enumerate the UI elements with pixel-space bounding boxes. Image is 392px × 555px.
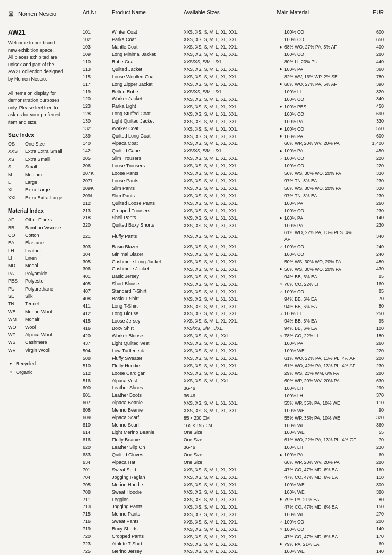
product-artnr: 705	[83, 481, 112, 489]
product-sizes: XXS, XS, S, M, L, XL, XXL	[184, 140, 277, 147]
table-row: 407 Standard T-Shirt XXS, XS, S, M, L, X…	[83, 288, 384, 295]
brand-logo: ⊠ Nomen Nescio	[8, 10, 83, 18]
product-sizes: XXS, XS, S, M, L, XL, XXL	[184, 96, 277, 103]
material-index-row: WSCashmere	[8, 339, 77, 346]
product-price: 70	[357, 437, 384, 444]
product-artnr: 614	[83, 429, 112, 437]
product-material: 100% WE	[284, 489, 357, 496]
table-row: 620 Leather Slip On 36-46 100% LH 230	[83, 444, 384, 452]
product-name: Alpaca Beanie	[112, 399, 184, 407]
season-title: AW21	[8, 29, 77, 36]
product-material: 100% PA	[284, 340, 357, 347]
product-sizes: 36-46	[184, 385, 277, 392]
product-price: 260	[357, 200, 384, 207]
material-label: Virgin Wool	[25, 347, 77, 354]
product-material: 94% BB, 6% EA	[284, 303, 357, 310]
product-artnr: 620	[83, 444, 112, 452]
legend-row: ●Recycled	[8, 359, 77, 368]
table-row: 715 Merino Pants XXS, XS, S, M, L, XL, X…	[83, 511, 384, 518]
material-index-row: BBBamboo Viscose	[8, 224, 77, 231]
product-name: Parka Light	[112, 103, 184, 110]
product-name: Quilted Jacket	[112, 66, 184, 74]
product-material: 100% PA	[284, 133, 357, 140]
product-price: 160	[357, 280, 384, 288]
product-price: 650	[357, 36, 384, 44]
product-material: 100% CO	[284, 111, 357, 118]
product-material: 94% BB, 6% EA	[284, 325, 357, 332]
product-artnr: 218	[83, 214, 112, 222]
product-sizes: XXS, XS, S, M, L, XL, XXL	[184, 541, 277, 548]
product-material: 60% WP, 20% WV, 20% PA	[284, 459, 357, 466]
product-material: 100% CO	[284, 96, 357, 103]
table-row: 719 Boxy Shorts XXS, XS, S, M, L, XL, XX…	[83, 526, 384, 533]
product-name: Fluffy Sweater	[112, 355, 184, 363]
material-index-row: MDModal	[8, 262, 77, 269]
material-index-row: LILinen	[8, 254, 77, 262]
table-row: 601 Leather Boots 36-46 100% LH 370	[83, 392, 384, 399]
size-label: One Size	[25, 140, 77, 148]
product-material: 47% CO, 47% MD, 6% EA	[284, 474, 357, 481]
product-price: 230	[357, 178, 384, 185]
legend-label: Recycled	[16, 359, 36, 368]
product-dot: ●	[277, 133, 284, 140]
material-index-row: COCotton	[8, 231, 77, 239]
product-material: 60% WP, 20% WV, 20% PA	[284, 140, 357, 147]
product-material: 100% PA	[284, 222, 357, 229]
main-content: AW21 Welcome to our brandnew exhibition …	[0, 22, 392, 555]
product-name: Slim Pants	[112, 185, 184, 192]
product-artnr: 401	[83, 273, 112, 280]
table-row: 415 Loose Jersey XXS, XS, S, M, L, XL, X…	[83, 318, 384, 325]
table-row: 713 Jogging Pants XXS, XS, S, M, L, XL, …	[83, 503, 384, 511]
table-row: 213 Cropped Trousers XXS, XS, S, M, L, X…	[83, 207, 384, 215]
product-name: Merino Hoodie	[112, 481, 184, 489]
material-label: Elastane	[25, 239, 77, 246]
product-material: 50% WS, 30% WO, 20% PA	[284, 185, 357, 192]
legend-icon: ○	[8, 368, 13, 376]
product-artnr: 408	[83, 295, 112, 303]
product-artnr: 512	[83, 370, 112, 377]
product-material: 100% WE	[284, 481, 357, 488]
product-sizes: XXS/XS, S/M, L/XL	[184, 325, 277, 332]
product-sizes: XXS, XS, S, M, L, XL, XXL	[184, 66, 277, 73]
table-row: 218 Shell Pants XXS, XS, S, M, L, XL, XX…	[83, 214, 384, 222]
product-dot: ○	[277, 156, 284, 162]
product-name: Loose Jersey	[112, 318, 184, 325]
table-row: 102 Parka Coat XXS, XS, S, M, L, XL, XXL…	[83, 36, 384, 44]
product-sizes: XXS, XS, S, M, L, XL, XXL	[184, 303, 277, 310]
product-artnr: 206	[83, 163, 112, 170]
size-code: XL	[8, 186, 23, 194]
product-price: 140	[357, 548, 384, 555]
product-price: 300	[357, 481, 384, 489]
table-row: 608 Merino Beanie XXS, XS, S, M, L, XL, …	[83, 407, 384, 414]
header: ⊠ Nomen Nescio Art.Nr Product Name Avail…	[0, 0, 392, 22]
product-artnr: 407	[83, 288, 112, 295]
product-name: Loose Pants	[112, 170, 184, 178]
product-name: Sweat Shirt	[112, 466, 184, 474]
product-sizes: XXS, XS, S, M, L, XL, XXL	[184, 36, 277, 43]
product-material: 94% BB, 6% EA	[284, 274, 357, 280]
product-material: 100% WE	[284, 407, 357, 414]
product-rows: 101 Winter Coat XXS, XS, S, M, L, XL, XX…	[83, 29, 384, 555]
product-name: Basic Blazer	[112, 244, 184, 251]
product-artnr: 102	[83, 36, 112, 44]
material-index-row: LHLeather	[8, 247, 77, 254]
product-artnr: 119	[83, 89, 112, 96]
material-code: SE	[8, 293, 23, 300]
product-artnr: 725	[83, 548, 112, 555]
table-row: 123 Parka Light XXS, XS, S, M, L, XL, XX…	[83, 103, 384, 110]
product-artnr: 716	[83, 518, 112, 526]
product-material: 100% PA	[284, 215, 357, 222]
product-price: 240	[357, 244, 384, 251]
material-code: MD	[8, 262, 23, 269]
product-price: 430	[357, 266, 384, 273]
product-price: 85	[357, 273, 384, 280]
product-name: Quilted Cape	[112, 148, 184, 155]
product-price: 70	[357, 295, 384, 303]
product-name: Quilted Loose Pants	[112, 200, 184, 207]
page: ⊠ Nomen Nescio Art.Nr Product Name Avail…	[0, 0, 392, 555]
product-material: 47% CO, 47% MD, 6% EA	[284, 504, 357, 511]
material-index-title: Material Index	[8, 208, 77, 214]
product-sizes: XXS, XS, S, M, L, XL, XXL	[184, 163, 277, 170]
table-row: 723 Athlete T-Shirt XXS, XS, S, M, L, XL…	[83, 541, 384, 548]
size-label: Medium	[25, 171, 77, 179]
